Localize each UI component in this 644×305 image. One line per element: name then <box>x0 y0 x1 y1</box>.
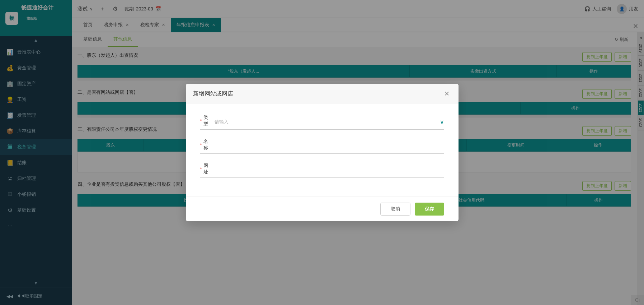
cancel-button[interactable]: 取消 <box>380 203 410 216</box>
form-field-type: * 类型 ∨ <box>200 114 444 130</box>
dialog-footer: 取消 保存 <box>186 197 459 221</box>
name-input-wrapper: * 名称 <box>200 138 444 154</box>
save-button[interactable]: 保存 <box>415 203 444 216</box>
dialog-overlay[interactable]: 新增网站或网店 ✕ * 类型 ∨ <box>0 0 644 305</box>
url-input-wrapper: * 网址 <box>200 162 444 178</box>
dialog-close-button[interactable]: ✕ <box>443 89 451 98</box>
name-input[interactable] <box>215 141 444 151</box>
type-input[interactable] <box>215 117 444 127</box>
dialog-header: 新增网站或网店 ✕ <box>186 84 459 104</box>
form-field-url: * 网址 <box>200 162 444 178</box>
name-label: * 名称 <box>200 138 212 151</box>
dialog-title: 新增网站或网店 <box>193 90 233 98</box>
type-input-wrapper: * 类型 ∨ <box>200 114 444 130</box>
url-label: * 网址 <box>200 162 212 175</box>
type-dropdown-icon[interactable]: ∨ <box>440 119 444 125</box>
dialog-close-icon: ✕ <box>444 90 450 98</box>
type-label: * 类型 <box>200 114 212 127</box>
url-input[interactable] <box>215 165 444 175</box>
form-field-name: * 名称 <box>200 138 444 154</box>
dialog-body: * 类型 ∨ * 名称 <box>186 104 459 197</box>
dialog-add-website: 新增网站或网店 ✕ * 类型 ∨ <box>186 84 459 221</box>
